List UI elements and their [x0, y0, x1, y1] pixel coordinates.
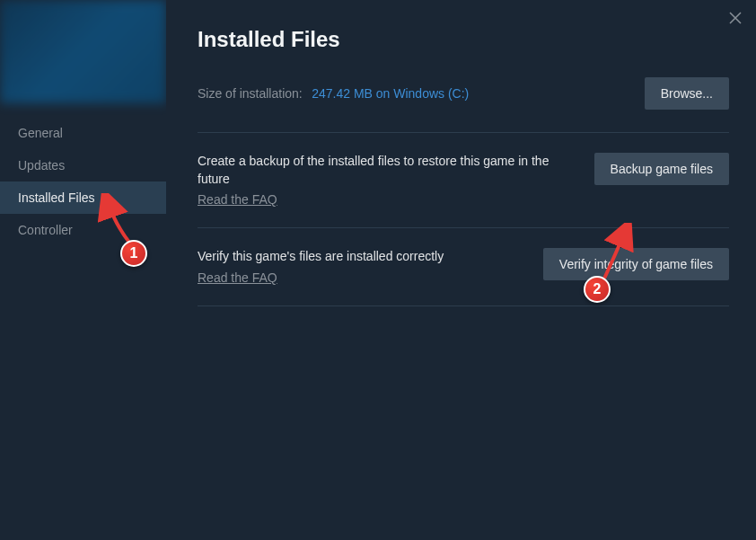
sidebar-nav: General Updates Installed Files Controll… [0, 103, 166, 246]
size-value[interactable]: 247.42 MB on Windows (C:) [312, 86, 469, 101]
page-title: Installed Files [198, 27, 729, 52]
size-label: Size of installation: [198, 86, 303, 101]
verify-button[interactable]: Verify integrity of game files [543, 248, 729, 280]
backup-button[interactable]: Backup game files [594, 153, 729, 185]
sidebar-item-updates[interactable]: Updates [0, 149, 166, 181]
size-row: Size of installation: 247.42 MB on Windo… [198, 77, 729, 133]
sidebar-item-controller[interactable]: Controller [0, 214, 166, 246]
main-panel: Installed Files Size of installation: 24… [166, 0, 756, 540]
verify-faq-link[interactable]: Read the FAQ [198, 270, 277, 285]
sidebar: General Updates Installed Files Controll… [0, 0, 166, 540]
browse-button[interactable]: Browse... [645, 77, 729, 110]
game-banner [0, 0, 166, 103]
backup-section: Create a backup of the installed files t… [198, 133, 729, 228]
verify-section: Verify this game's files are installed c… [198, 228, 729, 306]
verify-text: Verify this game's files are installed c… [198, 248, 530, 286]
backup-faq-link[interactable]: Read the FAQ [198, 192, 277, 207]
close-icon[interactable] [729, 12, 742, 26]
backup-text: Create a backup of the installed files t… [198, 153, 575, 208]
backup-description: Create a backup of the installed files t… [198, 153, 575, 188]
sidebar-item-installed-files[interactable]: Installed Files [0, 181, 166, 214]
verify-description: Verify this game's files are installed c… [198, 248, 530, 266]
sidebar-item-general[interactable]: General [0, 117, 166, 149]
size-info: Size of installation: 247.42 MB on Windo… [198, 85, 469, 102]
